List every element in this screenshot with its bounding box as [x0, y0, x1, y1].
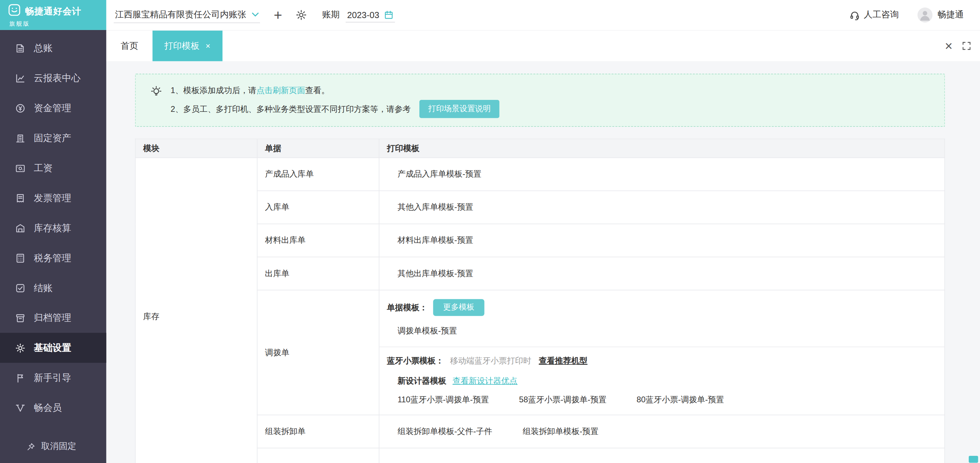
sidebar-item-basic-settings[interactable]: 基础设置: [0, 333, 106, 363]
notice-banner: 1、模板添加成功后，请点击刷新页面查看。 2、多员工、多打印机、多种业务类型设置…: [135, 74, 945, 127]
template-cell-empty: [379, 448, 945, 463]
sidebar-item-label: 基础设置: [34, 342, 71, 354]
print-scene-settings-button[interactable]: 打印场景设置说明: [419, 100, 499, 118]
user-name[interactable]: 畅捷通: [937, 9, 964, 21]
sidebar-item-label: 结账: [34, 282, 52, 294]
transfer-doc-template-section: 单据模板： 更多模板 调拨单模板-预置: [379, 290, 945, 347]
fullscreen-icon[interactable]: [962, 41, 971, 51]
sidebar-item-general-ledger[interactable]: 总账: [0, 33, 106, 63]
doc-cell-assembly: 组装拆卸单: [257, 415, 379, 448]
sidebar: 总账 云报表中心 资金管理 固定资产 工资 发票管理 库存核算 税务管理: [0, 30, 106, 463]
doc-cell-empty: [257, 448, 379, 463]
doc-cell: 产成品入库单: [257, 157, 379, 190]
unpin-icon: [26, 442, 35, 451]
col-header-module: 模块: [135, 139, 257, 158]
app-window: 畅捷通好会计 旗舰版 江西服宝精品有限责任公司内账张 + 账期 2023: [0, 0, 980, 463]
sidebar-item-payroll[interactable]: 工资: [0, 153, 106, 183]
new-designer-label: 新设计器模板: [398, 375, 446, 387]
headset-icon: [849, 10, 860, 20]
ledger-icon: [15, 43, 25, 53]
settings-gear-button[interactable]: [296, 9, 307, 21]
notice-text: 1、模板添加成功后，请点击刷新页面查看。 2、多员工、多打印机、多种业务类型设置…: [170, 84, 500, 118]
bluetooth-hint: 移动端蓝牙小票打印时: [450, 355, 531, 366]
period-label: 账期: [322, 9, 339, 21]
tab-controls: ×: [945, 31, 980, 61]
sidebar-item-closing[interactable]: 结账: [0, 273, 106, 303]
fixed-asset-icon: [15, 133, 25, 143]
bluetooth-template-label: 蓝牙小票模板：: [387, 355, 444, 366]
module-cell-inventory: 库存: [135, 157, 257, 463]
unpin-sidebar-button[interactable]: 取消固定: [0, 433, 106, 460]
period-value: 2023-03: [347, 10, 379, 19]
bt-template-item: 58蓝牙小票-调拨单-预置: [519, 394, 607, 405]
close-panel-icon[interactable]: ×: [945, 39, 952, 52]
sidebar-item-guide[interactable]: 新手引导: [0, 363, 106, 393]
doc-cell: 出库单: [257, 257, 379, 290]
doc-cell: 材料出库单: [257, 224, 379, 257]
chevron-down-icon: [252, 13, 259, 17]
doc-cell: 入库单: [257, 191, 379, 224]
doc-cell-transfer: 调拨单: [257, 290, 379, 415]
sidebar-item-member[interactable]: 畅会员: [0, 393, 106, 423]
template-cell: 其他入库单模板-预置: [379, 191, 945, 224]
company-selector[interactable]: 江西服宝精品有限责任公司内账张: [114, 7, 260, 23]
notice-line2-text: 2、多员工、多打印机、多种业务类型设置不同打印方案等，请参考: [170, 102, 411, 115]
recommended-models-link[interactable]: 查看推荐机型: [539, 355, 588, 366]
assembly-template-item: 组装拆卸单模板-父件-子件: [398, 427, 492, 436]
sidebar-item-tax[interactable]: 税务管理: [0, 243, 106, 273]
app-subtitle: 旗舰版: [9, 20, 106, 28]
tabbar: 首页 打印模板 × ×: [106, 30, 980, 61]
notice-line-1: 1、模板添加成功后，请点击刷新页面查看。: [170, 84, 500, 97]
sidebar-item-label: 税务管理: [34, 252, 71, 264]
tab-print-template[interactable]: 打印模板 ×: [153, 31, 222, 61]
app-logo[interactable]: 畅捷通好会计 旗舰版: [0, 0, 106, 30]
guide-flag-icon: [15, 373, 25, 383]
col-header-document: 单据: [257, 139, 379, 158]
sidebar-item-label: 发票管理: [34, 192, 71, 204]
sidebar-item-archive[interactable]: 归档管理: [0, 303, 106, 333]
designer-benefits-link[interactable]: 查看新设计器优点: [452, 375, 517, 387]
sidebar-item-inventory[interactable]: 库存核算: [0, 213, 106, 243]
bt-template-item: 110蓝牙小票-调拨单-预置: [398, 394, 489, 405]
print-template-table: 模块 单据 打印模板 库存 产成品入库单 产成品入库单模板-预置 入库单 其他入…: [135, 139, 945, 463]
more-templates-button[interactable]: 更多模板: [433, 299, 484, 316]
support-button[interactable]: 人工咨询: [849, 9, 899, 21]
refresh-page-link[interactable]: 点击刷新页面: [256, 86, 305, 95]
floating-corner-widget[interactable]: [969, 456, 978, 463]
period-picker[interactable]: 2023-03: [346, 8, 395, 22]
main-content: 1、模板添加成功后，请点击刷新页面查看。 2、多员工、多打印机、多种业务类型设置…: [106, 61, 980, 463]
tab-home[interactable]: 首页: [106, 31, 153, 61]
unpin-label: 取消固定: [41, 441, 76, 452]
settings-gear-icon: [15, 342, 25, 353]
gear-icon: [296, 9, 307, 21]
sidebar-item-label: 固定资产: [34, 132, 71, 144]
closing-check-icon: [15, 283, 25, 293]
assembly-template-cell: 组装拆卸单模板-父件-子件 组装拆卸单模板-预置: [379, 415, 945, 448]
lightbulb-icon: [150, 86, 163, 118]
archive-icon: [15, 312, 25, 323]
bt-template-item: 80蓝牙小票-调拨单-预置: [637, 394, 724, 405]
topbar-right: 人工咨询 畅捷通: [849, 0, 980, 30]
table-header-row: 模块 单据 打印模板: [135, 139, 945, 158]
tab-label: 打印模板: [164, 40, 200, 51]
sidebar-item-label: 工资: [34, 162, 52, 174]
template-cell: 产成品入库单模板-预置: [379, 157, 945, 190]
sidebar-item-label: 畅会员: [34, 402, 62, 414]
sidebar-item-label: 归档管理: [34, 312, 71, 324]
sidebar-item-label: 总账: [34, 42, 52, 54]
add-account-button[interactable]: +: [274, 8, 282, 22]
topbar-main: 江西服宝精品有限责任公司内账张 + 账期 2023-03: [106, 0, 849, 30]
cloud-report-icon: [15, 73, 25, 83]
avatar[interactable]: [918, 8, 932, 22]
sidebar-item-label: 资金管理: [34, 102, 71, 114]
notice-line-2: 2、多员工、多打印机、多种业务类型设置不同打印方案等，请参考 打印场景设置说明: [170, 100, 500, 118]
sidebar-item-fixed-assets[interactable]: 固定资产: [0, 123, 106, 153]
inventory-icon: [15, 223, 25, 233]
topbar: 畅捷通好会计 旗舰版 江西服宝精品有限责任公司内账张 + 账期 2023: [0, 0, 980, 30]
sidebar-item-invoices[interactable]: 发票管理: [0, 183, 106, 213]
sidebar-item-cloud-reports[interactable]: 云报表中心: [0, 63, 106, 93]
tab-close-icon[interactable]: ×: [206, 42, 210, 50]
sidebar-item-funds[interactable]: 资金管理: [0, 93, 106, 123]
table-row: 库存 产成品入库单 产成品入库单模板-预置: [135, 157, 945, 190]
company-name: 江西服宝精品有限责任公司内账张: [115, 9, 247, 21]
